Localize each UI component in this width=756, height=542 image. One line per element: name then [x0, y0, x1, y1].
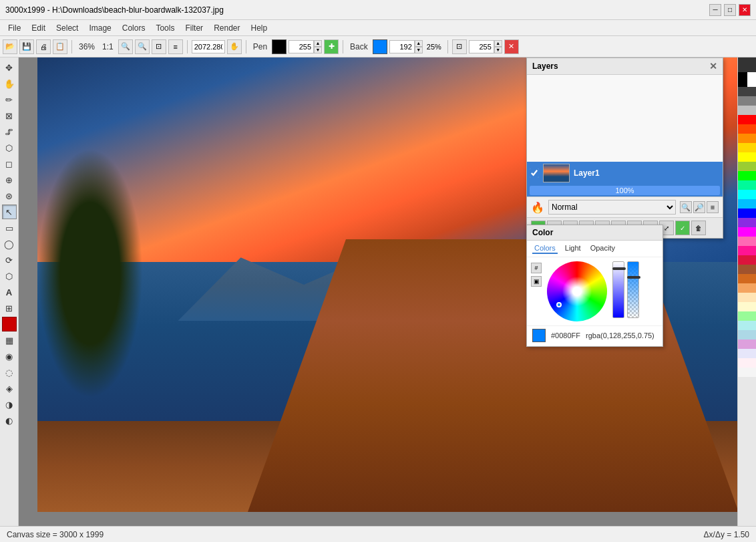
- extra-btn1[interactable]: ✕: [504, 39, 519, 54]
- menu-select[interactable]: Select: [51, 22, 83, 34]
- palette-medium-spring[interactable]: [738, 180, 756, 190]
- palette-light-blue[interactable]: [738, 330, 756, 340]
- last-spin-up[interactable]: ▲: [494, 40, 502, 47]
- paint-bucket-tool[interactable]: ⬡: [2, 140, 17, 155]
- palette-orange-red[interactable]: [738, 124, 756, 134]
- palette-gold[interactable]: [738, 143, 756, 152]
- palette-pale-green[interactable]: [738, 311, 756, 321]
- palette-black[interactable]: [738, 72, 747, 87]
- heal-tool[interactable]: ⊛: [2, 188, 17, 203]
- pen-spin-up[interactable]: ▲: [314, 40, 322, 47]
- crop-tool[interactable]: ⊠: [2, 108, 17, 123]
- palette-moccasin[interactable]: [738, 293, 756, 302]
- gradient-tool[interactable]: ▦: [2, 333, 17, 348]
- color-rgb-button[interactable]: ▣: [531, 276, 542, 287]
- red-eye-tool[interactable]: ◉: [2, 349, 17, 364]
- current-color-swatch[interactable]: [532, 329, 546, 342]
- pen-value-input[interactable]: ▲ ▼: [289, 40, 322, 53]
- palette-lavender[interactable]: [738, 349, 756, 358]
- menu-file[interactable]: File: [3, 22, 26, 34]
- blend-mode-select[interactable]: Normal Multiply Screen Overlay: [548, 200, 676, 215]
- menu-help[interactable]: Help: [245, 22, 272, 34]
- grid-tool[interactable]: ⊞: [2, 301, 17, 315]
- layer-delete-button[interactable]: 🗑: [691, 221, 706, 235]
- smudge-tool[interactable]: ◌: [2, 365, 17, 380]
- zoom-layers-in[interactable]: 🔎: [693, 201, 705, 213]
- tab-colors[interactable]: Colors: [532, 243, 558, 254]
- path-tool[interactable]: ⬡: [2, 269, 17, 283]
- opacity-slider[interactable]: [627, 261, 639, 318]
- menu-tools[interactable]: Tools: [150, 22, 180, 34]
- lasso-tool[interactable]: ⟳: [2, 253, 17, 267]
- palette-yellow[interactable]: [738, 152, 756, 162]
- zoom-out-button[interactable]: 🔍: [135, 39, 150, 54]
- print-button[interactable]: 🖨: [36, 39, 51, 54]
- tab-light[interactable]: Light: [563, 243, 583, 254]
- palette-red[interactable]: [738, 115, 756, 124]
- layers-panel-header[interactable]: Layers ✕: [527, 58, 723, 75]
- text-tool[interactable]: A: [2, 285, 17, 299]
- layers-close-button[interactable]: ✕: [709, 61, 717, 72]
- palette-gray[interactable]: [738, 96, 756, 106]
- hand-tool[interactable]: ✋: [2, 76, 17, 91]
- back-value-input[interactable]: ▲ ▼: [389, 40, 423, 53]
- zoom-fit-button[interactable]: ⊡: [152, 39, 166, 54]
- last-number-input[interactable]: [469, 40, 494, 53]
- layer-mask-button[interactable]: ✓: [675, 221, 690, 235]
- pen-number-input[interactable]: [289, 40, 314, 53]
- palette-hot-pink[interactable]: [738, 237, 756, 246]
- palette-sienna[interactable]: [738, 265, 756, 274]
- palette-lightgray[interactable]: [738, 106, 756, 115]
- palette-lemon[interactable]: [738, 302, 756, 311]
- channels-button[interactable]: ≡: [168, 39, 183, 54]
- dodge-tool[interactable]: ◑: [2, 397, 17, 412]
- pen-extra-button[interactable]: ✚: [324, 39, 339, 54]
- palette-deep-pink[interactable]: [738, 246, 756, 255]
- palette-yellow-green[interactable]: [738, 162, 756, 171]
- select-arrow-tool[interactable]: ↖: [2, 205, 17, 219]
- layer-row[interactable]: Layer1: [527, 162, 723, 184]
- eraser-tool[interactable]: ◻: [2, 156, 17, 171]
- copy-button[interactable]: 📋: [53, 39, 67, 54]
- open-file-button[interactable]: 📂: [3, 39, 17, 54]
- palette-white[interactable]: [747, 72, 757, 87]
- layers-options[interactable]: ≡: [707, 201, 719, 213]
- color-hex-button[interactable]: #: [531, 263, 542, 273]
- palette-pale-turq[interactable]: [738, 321, 756, 330]
- zoom-in-button[interactable]: 🔍: [118, 39, 133, 54]
- palette-crimson[interactable]: [738, 255, 756, 265]
- burn-tool[interactable]: ◐: [2, 413, 17, 428]
- sharpen-tool[interactable]: ◈: [2, 381, 17, 396]
- layer-visibility-checkbox[interactable]: [530, 168, 539, 178]
- palette-cyan[interactable]: [738, 190, 756, 199]
- palette-deep-sky[interactable]: [738, 199, 756, 209]
- move-tool[interactable]: ✥: [2, 60, 17, 75]
- last-value-input[interactable]: ▲ ▼: [469, 40, 502, 53]
- tolerance-button[interactable]: ⊡: [452, 39, 467, 54]
- palette-lavender-blush[interactable]: [738, 358, 756, 368]
- palette-darkgray[interactable]: [738, 87, 756, 96]
- background-color-box[interactable]: [373, 39, 387, 54]
- ellipse-tool[interactable]: ◯: [2, 237, 17, 251]
- hand-tool-button[interactable]: ✋: [227, 39, 242, 54]
- color-panel-header[interactable]: Color: [527, 225, 663, 241]
- palette-blue-violet[interactable]: [738, 218, 756, 227]
- menu-edit[interactable]: Edit: [26, 22, 51, 34]
- tab-opacity[interactable]: Opacity: [588, 243, 617, 254]
- back-number-input[interactable]: [389, 40, 415, 53]
- palette-plum[interactable]: [738, 340, 756, 349]
- zoom-layers-out[interactable]: 🔍: [680, 201, 692, 213]
- color-wheel[interactable]: [547, 261, 607, 321]
- close-button[interactable]: ✕: [739, 4, 751, 16]
- red-fill-btn[interactable]: [2, 317, 17, 331]
- palette-sandy[interactable]: [738, 283, 756, 293]
- back-spin-up[interactable]: ▲: [415, 40, 423, 47]
- last-spin-down[interactable]: ▼: [494, 47, 502, 53]
- clone-tool[interactable]: ⊕: [2, 172, 17, 187]
- maximize-button[interactable]: □: [724, 4, 736, 16]
- save-button[interactable]: 💾: [19, 39, 34, 54]
- back-spin-down[interactable]: ▼: [415, 47, 423, 53]
- palette-orange[interactable]: [738, 134, 756, 143]
- pencil-tool[interactable]: ✏: [2, 92, 17, 107]
- menu-render[interactable]: Render: [208, 22, 245, 34]
